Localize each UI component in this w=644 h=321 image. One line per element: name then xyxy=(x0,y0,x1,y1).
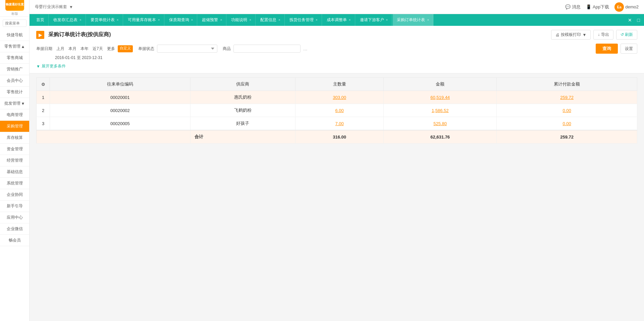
expand-more-button[interactable]: ▼ 展开更多条件 xyxy=(36,63,637,69)
sidebar-item-member2[interactable]: 畅会员 xyxy=(0,235,29,246)
tab-available[interactable]: 可用量库存账本 × xyxy=(124,14,164,26)
cell-amount[interactable]: 60,519.44 xyxy=(384,91,497,104)
sidebar-item-retail[interactable]: 零售管理 ▲ xyxy=(0,41,29,52)
sidebar-item-basic[interactable]: 基础信息 xyxy=(0,166,29,178)
sidebar-item-marketing[interactable]: 营销推广 xyxy=(0,64,29,75)
sidebar-item-retail-stat[interactable]: 零售统计 xyxy=(0,87,29,98)
setting-button[interactable]: 设置 xyxy=(621,44,637,54)
date-more[interactable]: 更多 xyxy=(106,45,116,52)
cell-amount[interactable]: 525.80 xyxy=(384,117,497,130)
sidebar-item-system[interactable]: 系统管理 xyxy=(0,178,29,189)
close-icon[interactable]: × xyxy=(249,18,251,22)
sidebar-item-label: 畅会员 xyxy=(9,238,21,243)
message-button[interactable]: 💬 消息 xyxy=(565,4,581,10)
cell-qty[interactable]: 303.00 xyxy=(295,91,383,104)
close-icon[interactable]: × xyxy=(117,18,119,22)
close-icon[interactable]: × xyxy=(316,18,318,22)
sidebar-search-area xyxy=(0,17,29,30)
user-profile[interactable]: Ea demo2 xyxy=(614,2,639,12)
sidebar-item-label: 零售商城 xyxy=(7,55,23,60)
cell-qty[interactable]: 6.00 xyxy=(295,104,383,117)
date-7days[interactable]: 近7天 xyxy=(91,45,104,52)
tab-config[interactable]: 配置信息 × xyxy=(256,14,285,26)
tab-home[interactable]: 首页 xyxy=(32,14,49,26)
sidebar-item-ecommerce[interactable]: 电商管理 xyxy=(0,109,29,121)
template-print-label: 按模板打印 xyxy=(561,32,581,38)
sidebar-item-batch[interactable]: 批发管理 ▼ xyxy=(0,98,29,109)
tab-label: 要货单统计表 xyxy=(91,17,115,23)
export-icon: ↓ xyxy=(598,32,600,37)
sidebar-item-purchase[interactable]: 采购管理 xyxy=(0,121,29,132)
cell-paid[interactable]: 259.72 xyxy=(497,91,637,104)
tab-cost[interactable]: 成本调整单 × xyxy=(323,14,355,26)
table-row: 1 00020001 惠氏奶粉 303.00 60,519.44 259.72 xyxy=(37,91,637,104)
footer-supplier-label: 合计 xyxy=(190,130,295,144)
tab-invite[interactable]: 邀请下游客户 × xyxy=(356,14,392,26)
sidebar: 畅捷通好生意 标版 快捷导航 零售管理 ▲ 零售商城 营销推广 会员中心 零售统… xyxy=(0,0,30,321)
query-button[interactable]: 查询 xyxy=(596,44,618,54)
chevron-down-icon: ▲ xyxy=(21,44,25,49)
sidebar-item-appstore[interactable]: 应用中心 xyxy=(0,212,29,223)
tab-purchase-stat[interactable]: 采购订单统计表 × xyxy=(393,14,433,26)
col-settings[interactable]: ⚙ xyxy=(37,78,50,91)
cell-paid[interactable]: 0.00 xyxy=(497,104,637,117)
date-this-year[interactable]: 本年 xyxy=(79,45,90,52)
username-label: demo2 xyxy=(625,4,639,9)
close-icon[interactable]: × xyxy=(427,18,429,22)
close-icon[interactable]: × xyxy=(278,18,280,22)
date-custom-tag[interactable]: 自定义 xyxy=(118,45,133,52)
col-header-label: 金额 xyxy=(436,82,444,87)
expand-label: 展开更多条件 xyxy=(42,63,66,69)
sidebar-item-quick-nav[interactable]: 快捷导航 xyxy=(0,30,29,41)
close-icon[interactable]: × xyxy=(349,18,351,22)
collapse-button[interactable]: ▶ xyxy=(36,31,44,39)
sidebar-item-label: 系统管理 xyxy=(7,181,23,185)
tab-label: 超储预警 xyxy=(202,17,218,23)
logo-area: 畅捷通好生意 标版 xyxy=(0,0,29,17)
close-icon[interactable]: × xyxy=(158,18,160,22)
more-options-icon[interactable]: … xyxy=(303,46,308,51)
sidebar-item-member[interactable]: 会员中心 xyxy=(0,75,29,87)
cell-paid[interactable]: 0.00 xyxy=(497,117,637,130)
template-print-button[interactable]: 🖨 按模板打印 ▼ xyxy=(551,30,591,40)
sidebar-item-operation[interactable]: 经营管理 xyxy=(0,155,29,166)
sidebar-item-finance[interactable]: 资金管理 xyxy=(0,144,29,155)
close-icon[interactable]: × xyxy=(79,18,82,22)
sidebar-item-wechat[interactable]: 企业微信 xyxy=(0,223,29,235)
cell-qty[interactable]: 7.00 xyxy=(295,117,383,130)
sidebar-item-inventory[interactable]: 库存核算 xyxy=(0,132,29,144)
tab-label: 配置信息 xyxy=(260,17,276,23)
sidebar-item-label: 会员中心 xyxy=(7,78,23,83)
tab-receive[interactable]: 收发存汇总表 × xyxy=(49,14,86,26)
footer-paid: 259.72 xyxy=(497,130,637,144)
cell-amount[interactable]: 1,586.52 xyxy=(384,104,497,117)
tab-warranty[interactable]: 保质期查询 × xyxy=(165,14,198,26)
export-button[interactable]: ↓ 导出 xyxy=(593,30,613,40)
sidebar-item-label: 库存核算 xyxy=(7,135,23,140)
tab-overstock[interactable]: 超储预警 × xyxy=(198,14,226,26)
close-icon[interactable]: × xyxy=(191,18,193,22)
tab-goods-stat[interactable]: 要货单统计表 × xyxy=(87,14,123,26)
date-this-month[interactable]: 本月 xyxy=(67,45,78,52)
maximize-button[interactable]: □ xyxy=(636,16,641,24)
app-download-button[interactable]: 📱 App下载 xyxy=(586,4,609,10)
cell-no: 3 xyxy=(37,117,50,130)
status-select[interactable] xyxy=(157,45,217,53)
sidebar-item-enterprise[interactable]: 企业协同 xyxy=(0,189,29,201)
close-icon[interactable]: × xyxy=(220,18,222,22)
tab-feature[interactable]: 功能说明 × xyxy=(227,14,256,26)
sidebar-item-retail-shop[interactable]: 零售商城 xyxy=(0,52,29,64)
refresh-button[interactable]: ↺ 刷新 xyxy=(616,30,637,40)
close-icon[interactable]: × xyxy=(386,18,388,22)
sidebar-menu: 快捷导航 零售管理 ▲ 零售商城 营销推广 会员中心 零售统计 批发管理 ▼ 电… xyxy=(0,30,29,321)
date-last-month[interactable]: 上月 xyxy=(55,45,66,52)
search-input[interactable] xyxy=(3,19,26,27)
sidebar-item-label: 零售统计 xyxy=(7,90,23,94)
close-button[interactable]: ✕ xyxy=(627,16,633,24)
date-filter-group: 单据日期 上月 本月 本年 近7天 更多 自定义 xyxy=(36,45,133,52)
sidebar-item-newguide[interactable]: 新手引导 xyxy=(0,201,29,212)
tab-label: 首页 xyxy=(36,17,44,23)
tab-task[interactable]: 拣货任务管理 × xyxy=(285,14,322,26)
refresh-icon: ↺ xyxy=(621,32,624,37)
goods-input[interactable] xyxy=(233,45,301,53)
